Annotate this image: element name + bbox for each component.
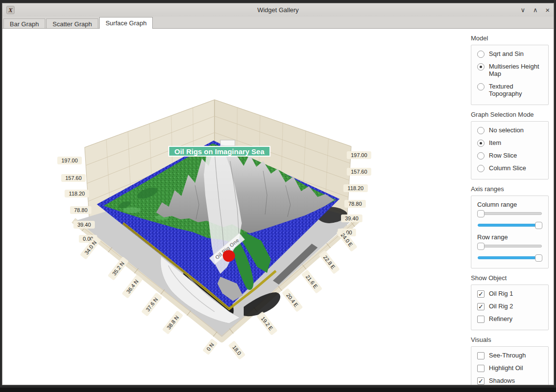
visuals-groupbox: See-Through Highlight Oil ✓ Shadows: [471, 346, 549, 385]
column-range-min-slider[interactable]: [477, 210, 542, 217]
selection-mode-groupbox: No selection Item Row Slice Column Slice: [471, 121, 549, 179]
slider-handle[interactable]: [477, 243, 484, 250]
radio-icon[interactable]: [477, 127, 484, 134]
tab-scatter-graph[interactable]: Scatter Graph: [46, 18, 98, 29]
radio-textured-topography[interactable]: Textured Topography: [477, 83, 543, 98]
row-axis-label: 36.4 N: [122, 274, 143, 299]
column-axis-label: 22.8 E: [319, 250, 340, 274]
controls-sidebar: Model Sqrt and Sin Multiseries Height Ma…: [470, 29, 554, 385]
value-axis-label: 78.80: [344, 200, 366, 208]
slider-handle[interactable]: [535, 254, 542, 262]
graph-title: Oil Rigs on Imaginary Sea: [169, 146, 270, 156]
column-axis-label: 19.2 E: [256, 311, 278, 336]
slider-handle[interactable]: [535, 222, 542, 229]
tab-surface-graph[interactable]: Surface Graph: [99, 17, 153, 29]
axis-ranges-group-label: Axis ranges: [471, 185, 549, 193]
checkbox-icon[interactable]: [477, 365, 484, 372]
svg-text:197.00: 197.00: [351, 152, 367, 158]
value-axis-label: 78.80: [70, 206, 91, 214]
tab-bar: Bar Graph Scatter Graph Surface Graph: [2, 17, 554, 29]
column-axis-label: 18.0: [228, 340, 246, 359]
checkbox-icon[interactable]: [477, 316, 484, 323]
model-group-label: Model: [471, 35, 549, 42]
svg-text:118.20: 118.20: [348, 185, 364, 191]
column-range-max-slider[interactable]: [477, 222, 542, 229]
surface-plot[interactable]: Oil Rigs on Imaginary Sea Oil Rig One 19…: [2, 29, 470, 385]
value-axis-label: 197.00: [347, 151, 371, 159]
checkbox-oil-rig-1[interactable]: ✓ Oil Rig 1: [477, 290, 543, 298]
axis-ranges-groupbox: Column range Row range: [471, 196, 549, 268]
selection-mode-group-label: Graph Selection Mode: [471, 111, 549, 118]
value-axis-label: 39.40: [341, 214, 362, 222]
radio-column-slice[interactable]: Column Slice: [477, 164, 543, 172]
maximize-icon[interactable]: ∧: [533, 7, 538, 13]
desktop-edge: [0, 388, 556, 392]
radio-icon[interactable]: [477, 152, 484, 160]
radio-multiseries-height-map[interactable]: Multiseries Height Map: [477, 63, 543, 78]
hidden-label-fragment: [220, 140, 235, 146]
value-axis-label: 197.00: [57, 157, 82, 164]
value-axis-label: 39.40: [73, 221, 95, 229]
radio-sqrt-and-sin[interactable]: Sqrt and Sin: [477, 50, 543, 58]
tab-bar-graph[interactable]: Bar Graph: [3, 18, 45, 29]
app-window: X Widget Gallery ∨ ∧ × Bar Graph Scatter…: [2, 3, 554, 385]
radio-icon-selected[interactable]: [477, 140, 484, 147]
checkbox-see-through[interactable]: See-Through: [477, 352, 543, 359]
radio-icon-selected[interactable]: [477, 63, 484, 71]
radio-no-selection[interactable]: No selection: [477, 126, 543, 134]
radio-row-slice[interactable]: Row Slice: [477, 152, 543, 160]
checkbox-icon[interactable]: [477, 352, 484, 359]
minimize-icon[interactable]: ∨: [520, 7, 525, 13]
checkbox-shadows[interactable]: ✓ Shadows: [477, 377, 543, 385]
slider-handle[interactable]: [477, 210, 484, 217]
row-axis-label: 37.6 N: [141, 292, 162, 317]
show-object-groupbox: ✓ Oil Rig 1 ✓ Oil Rig 2 Refinery: [471, 285, 549, 330]
column-axis-label: 21.6 E: [301, 269, 323, 294]
visuals-group-label: Visuals: [471, 336, 549, 343]
slider-track[interactable]: [478, 245, 542, 248]
value-axis-label: 157.60: [347, 168, 371, 176]
window-title: Widget Gallery: [2, 6, 554, 14]
value-axis-label: 157.60: [61, 174, 86, 182]
radio-item[interactable]: Item: [477, 139, 543, 147]
show-object-group-label: Show Object: [471, 274, 549, 282]
slider-track[interactable]: [478, 212, 542, 215]
checkbox-refinery[interactable]: Refinery: [477, 315, 543, 323]
checkbox-oil-rig-2[interactable]: ✓ Oil Rig 2: [477, 303, 543, 310]
slider-track[interactable]: [478, 224, 542, 227]
row-axis-label: 35.2 N: [108, 256, 129, 281]
svg-text:157.60: 157.60: [351, 169, 367, 175]
row-range-max-slider[interactable]: [477, 254, 542, 262]
svg-text:39.40: 39.40: [345, 215, 359, 221]
app-icon: X: [6, 6, 15, 14]
checkbox-icon-checked[interactable]: ✓: [477, 377, 484, 385]
svg-text:197.00: 197.00: [61, 158, 78, 163]
svg-text:78.80: 78.80: [74, 207, 88, 213]
radio-icon[interactable]: [477, 83, 484, 90]
row-range-label: Row range: [477, 233, 543, 241]
radio-icon[interactable]: [477, 51, 484, 58]
tab-content: Oil Rigs on Imaginary Sea Oil Rig One 19…: [2, 29, 554, 385]
value-axis-label: 118.20: [343, 184, 368, 192]
value-axis-label: 118.20: [65, 190, 89, 197]
svg-text:118.20: 118.20: [69, 191, 85, 196]
column-range-label: Column range: [477, 201, 543, 208]
column-axis-label: 20.4 E: [282, 288, 303, 312]
row-axis-label: 38.8 N: [162, 310, 183, 335]
titlebar[interactable]: X Widget Gallery ∨ ∧ ×: [2, 3, 554, 17]
checkbox-icon-checked[interactable]: ✓: [477, 290, 484, 298]
checkbox-icon-checked[interactable]: ✓: [477, 303, 484, 310]
close-icon[interactable]: ×: [545, 6, 550, 14]
row-range-min-slider[interactable]: [477, 243, 542, 250]
checkbox-highlight-oil[interactable]: Highlight Oil: [477, 364, 543, 372]
radio-icon[interactable]: [477, 165, 484, 172]
slider-track[interactable]: [478, 256, 542, 259]
model-groupbox: Sqrt and Sin Multiseries Height Map Text…: [471, 45, 549, 105]
svg-text:157.60: 157.60: [65, 175, 82, 181]
svg-text:39.40: 39.40: [77, 222, 91, 228]
svg-text:78.80: 78.80: [348, 201, 362, 207]
graph-title-text: Oil Rigs on Imaginary Sea: [174, 147, 265, 156]
row-axis-label: 0 N: [202, 339, 218, 355]
